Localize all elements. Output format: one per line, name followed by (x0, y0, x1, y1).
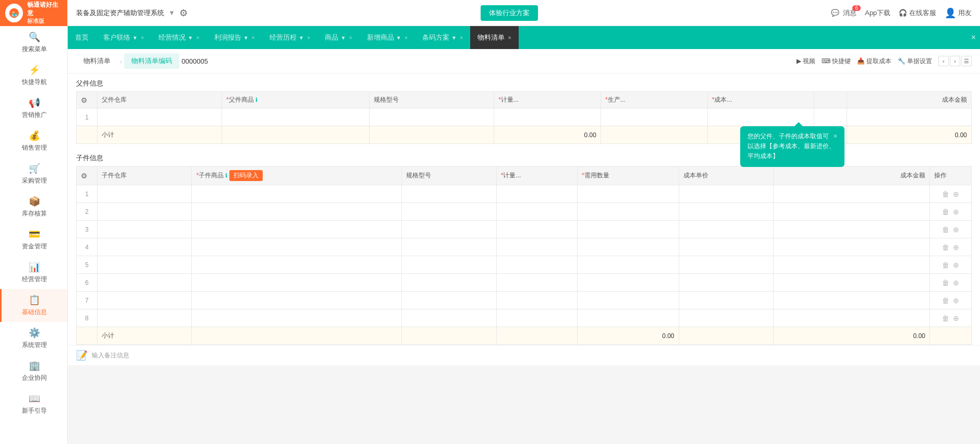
child-row-7-qty[interactable] (496, 292, 577, 309)
th-child-settings[interactable]: ⚙ (77, 166, 97, 185)
child-row-1-unit-cost[interactable] (679, 185, 773, 203)
child-row-3-goods[interactable] (192, 221, 402, 238)
child-row-6-qty[interactable] (496, 274, 577, 292)
sidebar-item-operations[interactable]: 📊 经营管理 (0, 256, 67, 289)
trial-button[interactable]: 体验行业方案 (481, 5, 538, 21)
sidebar-item-search[interactable]: 🔍 搜索菜单 (0, 26, 67, 59)
copy-row-6-button[interactable]: ⊕ (953, 279, 959, 287)
scroll-left-button[interactable]: ‹ (938, 56, 949, 66)
copy-row-2-button[interactable]: ⊕ (953, 208, 959, 216)
scan-input-button[interactable]: 扫码录入 (229, 170, 263, 181)
extract-cost-button[interactable]: 📥 提取成本 (857, 57, 891, 66)
child-row-4-unit-cost[interactable] (679, 238, 773, 256)
sidebar-item-inventory[interactable]: 📦 库存核算 (0, 190, 67, 223)
child-row-1-qty[interactable] (496, 185, 577, 203)
child-row-8-goods[interactable] (192, 309, 402, 327)
child-row-5-qty[interactable] (496, 256, 577, 274)
breadcrumb-bom-list[interactable]: 物料清单 (76, 53, 118, 69)
delete-row-4-button[interactable]: 🗑 (942, 243, 949, 251)
tab-goods-close[interactable]: × (349, 34, 352, 41)
child-row-1-need-qty[interactable] (578, 185, 679, 203)
tab-history[interactable]: 经营历程 ▼ × (262, 26, 317, 49)
user-button[interactable]: 👤 用友 (945, 7, 972, 19)
child-row-3-need-qty[interactable] (578, 221, 679, 238)
delete-row-1-button[interactable]: 🗑 (942, 190, 949, 198)
message-button[interactable]: 💬 6 消息 (831, 8, 857, 18)
child-row-3-qty[interactable] (496, 221, 577, 238)
child-row-2-unit-cost[interactable] (679, 203, 773, 221)
child-row-5-need-qty[interactable] (578, 256, 679, 274)
child-row-7-spec[interactable] (402, 292, 496, 309)
sidebar-item-quicknav[interactable]: ⚡ 快捷导航 (0, 59, 67, 92)
child-row-1-spec[interactable] (402, 185, 496, 203)
child-row-8-warehouse[interactable] (97, 309, 192, 327)
copy-row-4-button[interactable]: ⊕ (953, 243, 959, 251)
tab-customer[interactable]: 客户联络 ▼ × (96, 26, 151, 49)
delete-row-7-button[interactable]: 🗑 (942, 296, 949, 305)
parent-row-1-qty[interactable] (494, 109, 601, 126)
child-row-6-goods[interactable] (192, 274, 402, 292)
child-row-8-spec[interactable] (402, 309, 496, 327)
tab-bom-close[interactable]: × (508, 34, 511, 41)
tab-operations-close[interactable]: × (196, 34, 199, 41)
tab-home[interactable]: 首页 (68, 26, 96, 49)
child-row-7-unit-cost[interactable] (679, 292, 773, 309)
child-row-8-qty[interactable] (496, 309, 577, 327)
child-row-7-warehouse[interactable] (97, 292, 192, 309)
menu-button[interactable]: ☰ (961, 56, 972, 66)
tab-profit[interactable]: 利润报告 ▼ × (207, 26, 262, 49)
child-row-6-warehouse[interactable] (97, 274, 192, 292)
copy-row-3-button[interactable]: ⊕ (953, 225, 959, 234)
tab-profit-close[interactable]: × (252, 34, 255, 41)
child-row-5-goods[interactable] (192, 256, 402, 274)
tab-history-close[interactable]: × (307, 34, 310, 41)
tab-barcode-close[interactable]: × (460, 34, 463, 41)
child-row-3-unit-cost[interactable] (679, 221, 773, 238)
copy-row-7-button[interactable]: ⊕ (953, 296, 959, 305)
child-row-5-unit-cost[interactable] (679, 256, 773, 274)
app-download-button[interactable]: App下载 (865, 8, 890, 18)
view-video-button[interactable]: ▶ 视频 (797, 57, 815, 66)
delete-row-6-button[interactable]: 🗑 (942, 279, 949, 287)
child-row-4-warehouse[interactable] (97, 238, 192, 256)
parent-row-1-warehouse[interactable] (97, 109, 222, 126)
child-row-3-spec[interactable] (402, 221, 496, 238)
child-row-8-unit-cost[interactable] (679, 309, 773, 327)
child-row-4-qty[interactable] (496, 238, 577, 256)
tab-new-goods-close[interactable]: × (405, 34, 408, 41)
sidebar-item-system[interactable]: ⚙️ 系统管理 (0, 322, 67, 355)
delete-row-3-button[interactable]: 🗑 (942, 225, 949, 234)
child-row-2-goods[interactable] (192, 203, 402, 221)
gear-settings-button[interactable]: ⚙ (179, 7, 188, 19)
child-row-7-goods[interactable] (192, 292, 402, 309)
child-row-5-warehouse[interactable] (97, 256, 192, 274)
child-row-6-spec[interactable] (402, 274, 496, 292)
sidebar-item-sales[interactable]: 💰 销售管理 (0, 125, 67, 158)
child-row-8-need-qty[interactable] (578, 309, 679, 327)
parent-row-1-spec[interactable] (370, 109, 494, 126)
note-placeholder[interactable]: 输入备注信息 (92, 351, 129, 360)
delete-row-5-button[interactable]: 🗑 (942, 261, 949, 269)
child-row-2-qty[interactable] (496, 203, 577, 221)
parent-row-1-produce[interactable] (601, 109, 707, 126)
child-row-1-warehouse[interactable] (97, 185, 192, 203)
copy-row-1-button[interactable]: ⊕ (953, 190, 959, 198)
child-row-3-warehouse[interactable] (97, 221, 192, 238)
delete-row-2-button[interactable]: 🗑 (942, 208, 949, 216)
tab-new-goods[interactable]: 新增商品 ▼ × (360, 26, 415, 49)
child-row-2-warehouse[interactable] (97, 203, 192, 221)
parent-row-1-goods[interactable] (222, 109, 370, 126)
sidebar-item-marketing[interactable]: 📢 营销推广 (0, 92, 67, 125)
child-row-2-spec[interactable] (402, 203, 496, 221)
child-row-4-spec[interactable] (402, 238, 496, 256)
child-row-6-need-qty[interactable] (578, 274, 679, 292)
online-service-button[interactable]: 🎧 在线客服 (899, 8, 936, 18)
tab-bom[interactable]: 物料清单 × (470, 26, 518, 49)
child-row-7-need-qty[interactable] (578, 292, 679, 309)
sidebar-item-purchase[interactable]: 🛒 采购管理 (0, 158, 67, 190)
tooltip-close-button[interactable]: × (834, 131, 837, 141)
single-settings-button[interactable]: 🔧 单据设置 (898, 57, 932, 66)
dropdown-arrow-icon[interactable]: ▼ (168, 9, 175, 17)
child-row-1-goods[interactable] (192, 185, 402, 203)
sidebar-item-basics[interactable]: 📋 基础信息 (0, 289, 67, 322)
